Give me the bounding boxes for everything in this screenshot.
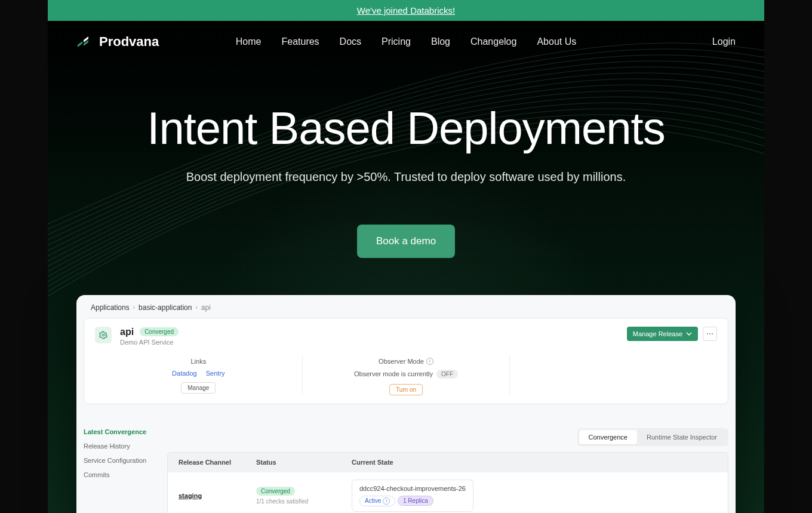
- nav-features[interactable]: Features: [281, 36, 319, 47]
- observer-turn-on-button[interactable]: Turn on: [389, 384, 423, 395]
- hero: Intent Based Deployments Boost deploymen…: [48, 63, 764, 258]
- seg-runtime-inspector[interactable]: Runtime State Inspector: [637, 430, 727, 444]
- th-status: Status: [256, 459, 352, 466]
- nav-home[interactable]: Home: [236, 36, 262, 47]
- status-badge: Converged: [256, 487, 295, 496]
- th-release-channel: Release Channel: [179, 459, 256, 466]
- observer-column: Observer Mode i Observer mode is current…: [302, 355, 510, 395]
- service-title: api: [120, 327, 134, 337]
- state-hash: ddcc924-checkout-improvements-26: [359, 485, 466, 492]
- state-active-pill: Active i: [359, 496, 395, 506]
- channel-staging-link[interactable]: staging: [179, 492, 202, 499]
- hero-headline: Intent Based Deployments: [72, 105, 740, 152]
- empty-column: [509, 355, 717, 395]
- sidenav-commits[interactable]: Commits: [84, 471, 155, 478]
- dashboard-preview: Applications › basic-application › api a…: [76, 295, 736, 513]
- nav-changelog[interactable]: Changelog: [470, 36, 516, 47]
- observer-line: Observer mode is currently: [354, 370, 433, 377]
- state-active-label: Active: [365, 497, 381, 504]
- svg-point-0: [102, 334, 104, 336]
- nav-links: Home Features Docs Pricing Blog Changelo…: [236, 36, 576, 47]
- sidenav-service-configuration[interactable]: Service Configuration: [84, 457, 155, 464]
- nav-blog[interactable]: Blog: [431, 36, 450, 47]
- breadcrumb-app[interactable]: basic-application: [139, 303, 192, 312]
- state-replicas-pill: 1 Replica: [398, 496, 433, 506]
- info-icon[interactable]: i: [426, 358, 433, 365]
- breadcrumb: Applications › basic-application › api: [76, 295, 736, 318]
- chevron-down-icon: [686, 331, 692, 337]
- nav-pricing[interactable]: Pricing: [382, 36, 411, 47]
- info-icon: i: [383, 497, 390, 505]
- link-sentry[interactable]: Sentry: [206, 370, 225, 377]
- top-nav: Prodvana Home Features Docs Pricing Blog…: [48, 21, 764, 63]
- breadcrumb-applications[interactable]: Applications: [91, 303, 130, 312]
- hero-subtitle: Boost deployment frequency by >50%. Trus…: [72, 170, 740, 184]
- service-header-card: api Converged Demo API Service Manage Re…: [84, 318, 728, 404]
- manage-links-button[interactable]: Manage: [181, 382, 216, 394]
- links-column: Links Datadog Sentry Manage: [95, 355, 302, 395]
- manage-release-label: Manage Release: [633, 330, 682, 337]
- login-link[interactable]: Login: [712, 36, 736, 47]
- dots-icon: ⋯: [706, 330, 713, 338]
- release-channels-table: Release Channel Status Current State sta…: [167, 452, 728, 513]
- chevron-right-icon: ›: [195, 304, 197, 311]
- book-demo-button[interactable]: Book a demo: [357, 225, 455, 258]
- view-segmented-control: Convergence Runtime State Inspector: [577, 428, 728, 446]
- links-title: Links: [190, 358, 206, 365]
- logo-icon: [76, 35, 94, 48]
- service-subtitle: Demo API Service: [120, 339, 179, 346]
- service-status-badge: Converged: [140, 327, 179, 336]
- brand-logo[interactable]: Prodvana: [76, 34, 159, 50]
- breadcrumb-current: api: [201, 303, 211, 312]
- announcement-bar: We've joined Databricks!: [48, 0, 764, 21]
- link-datadog[interactable]: Datadog: [172, 370, 197, 377]
- th-current-state: Current State: [352, 459, 717, 466]
- seg-convergence[interactable]: Convergence: [579, 430, 637, 444]
- dashboard-sidenav: Latest Convergence Release History Servi…: [84, 428, 155, 513]
- announcement-link[interactable]: We've joined Databricks!: [357, 5, 455, 16]
- state-card[interactable]: ddcc924-checkout-improvements-26 Active …: [352, 480, 473, 512]
- observer-state-pill: OFF: [436, 370, 458, 379]
- chevron-right-icon: ›: [133, 304, 135, 311]
- service-gear-icon: [95, 327, 112, 343]
- table-row: staging Converged 1/1 checks satisfied d…: [168, 472, 728, 513]
- status-sub: 1/1 checks satisfied: [256, 498, 352, 505]
- sidenav-release-history[interactable]: Release History: [84, 443, 155, 450]
- manage-release-button[interactable]: Manage Release: [627, 327, 698, 341]
- observer-title: Observer Mode: [379, 358, 424, 365]
- sidenav-latest-convergence[interactable]: Latest Convergence: [84, 428, 155, 435]
- more-menu-button[interactable]: ⋯: [703, 327, 717, 341]
- nav-docs[interactable]: Docs: [340, 36, 361, 47]
- brand-name: Prodvana: [99, 34, 159, 50]
- nav-login-wrap: Login: [712, 36, 736, 47]
- nav-about[interactable]: About Us: [537, 36, 576, 47]
